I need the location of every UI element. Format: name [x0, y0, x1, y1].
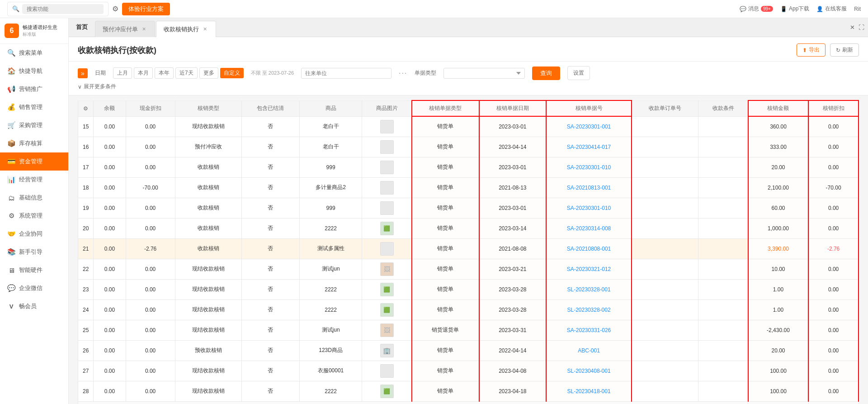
- cell-writeoff-type: 收款核销: [175, 198, 241, 218]
- top-search-input[interactable]: [22, 4, 104, 14]
- sidebar-item-member[interactable]: V 畅会员: [0, 297, 68, 315]
- cell-bill-type: 销货单: [412, 198, 479, 218]
- row-id: 16: [78, 137, 94, 157]
- online-service-area[interactable]: 👤 在线客服: [816, 5, 847, 13]
- sidebar-item-sales[interactable]: 💰 销售管理: [0, 98, 68, 116]
- cell-writeoff-amount: 3,390.00: [748, 238, 808, 259]
- sidebar-item-label: 企业微信: [19, 284, 42, 292]
- cell-receipt-order-no: [632, 157, 698, 177]
- th-writeoff-type: 核销类型: [175, 100, 241, 116]
- tab-receipt-writeoff[interactable]: 收款核销执行 ✕: [156, 21, 216, 37]
- cell-bill-no[interactable]: SA-20230314-008: [546, 218, 632, 238]
- cell-include-settled: 否: [241, 137, 299, 157]
- cell-balance: 0.00: [94, 177, 126, 198]
- table-row: 260.000.00预收款核销否123D商品🏢销货单2022-04-14ABC-…: [78, 340, 859, 361]
- cell-balance: 0.00: [94, 299, 126, 320]
- sidebar-item-business[interactable]: 📊 经营管理: [0, 171, 68, 189]
- footer-writeoff-amount: 40,556,66...: [748, 401, 808, 404]
- sidebar-item-basic-info[interactable]: 🗂 基础信息: [0, 189, 68, 207]
- cell-receipt-condition: [698, 157, 748, 177]
- cell-receipt-order-no: [632, 198, 698, 218]
- cell-receipt-order-no: [632, 177, 698, 198]
- sidebar-item-purchase[interactable]: 🛒 采购管理: [0, 116, 68, 134]
- cell-bill-no[interactable]: SL-20230328-001: [546, 279, 632, 299]
- cell-bill-no[interactable]: ABC-001: [546, 340, 632, 361]
- cell-receipt-condition: [698, 238, 748, 259]
- sidebar-item-marketing[interactable]: 📢 营销推广: [0, 80, 68, 98]
- cell-bill-no[interactable]: SL-20230408-001: [546, 361, 632, 381]
- data-table: ⚙ 余额 现金折扣 核销类型 包含已结清 商品 商品图片 核销单据类型 核销单据…: [78, 100, 859, 404]
- cell-receipt-order-no: [632, 320, 698, 340]
- settings-gear-icon[interactable]: ⚙: [112, 5, 118, 13]
- cell-include-settled: 否: [241, 198, 299, 218]
- cell-cash-discount: 0.00: [126, 299, 175, 320]
- cell-writeoff-type: 现结收款核销: [175, 259, 241, 279]
- window-minimize-icon[interactable]: ✕: [850, 24, 855, 31]
- message-area[interactable]: 💬 消息 99+: [740, 5, 773, 13]
- sidebar-item-label: 新手引导: [19, 248, 42, 256]
- sidebar-item-fund[interactable]: 💳 资金管理: [0, 152, 68, 171]
- query-button[interactable]: 查询: [532, 67, 560, 80]
- app-layout: 6 畅捷通谱好生意标准版 🔍 搜索菜单 🏠 快捷导航 📢 营销推广 💰 销售管理…: [0, 18, 868, 404]
- app-download-area[interactable]: 📱 App下载: [780, 5, 809, 13]
- sidebar-item-smart-hw[interactable]: 🖥 智能硬件: [0, 261, 68, 279]
- date-btn-this-month[interactable]: 本月: [134, 67, 153, 79]
- cell-bill-date: 2022-04-14: [479, 340, 547, 361]
- cell-bill-date: 2021-08-08: [479, 238, 547, 259]
- cell-product-image: [362, 137, 412, 157]
- cell-bill-no[interactable]: SL-20230328-002: [546, 299, 632, 320]
- sidebar-item-quick-nav[interactable]: 🏠 快捷导航: [0, 62, 68, 80]
- cell-bill-no[interactable]: SL-20230418-001: [546, 381, 632, 401]
- cell-bill-no[interactable]: SA-20230301-001: [546, 116, 632, 137]
- sidebar-item-label: 营销推广: [19, 85, 42, 93]
- date-btn-custom[interactable]: 自定义: [220, 68, 244, 78]
- date-btn-7days[interactable]: 近7天: [175, 67, 198, 79]
- cell-product-image: [362, 198, 412, 218]
- window-maximize-icon[interactable]: ⛶: [859, 24, 864, 31]
- cell-bill-type: 销货单: [412, 259, 479, 279]
- cell-bill-no[interactable]: SA-20230301-010: [546, 198, 632, 218]
- sidebar-item-inventory[interactable]: 📦 库存核算: [0, 134, 68, 152]
- cell-bill-no[interactable]: SA-20210813-001: [546, 177, 632, 198]
- cell-bill-no[interactable]: SA-20230331-026: [546, 320, 632, 340]
- table-footer-row: 40,556,66... 952.24: [78, 401, 859, 404]
- refresh-button[interactable]: ↻ 刷新: [830, 43, 859, 57]
- expand-more-btn[interactable]: ∨ 展开更多条件: [78, 83, 859, 90]
- cell-product: 999: [299, 198, 362, 218]
- filter-row: » 日期 上月 本月 本年 近7天 更多 自定义 不限 至 2023-07-26: [78, 66, 859, 80]
- sidebar-item-beginner[interactable]: 📚 新手引导: [0, 243, 68, 261]
- partner-filter-input[interactable]: [301, 68, 392, 79]
- tab-home[interactable]: 首页: [69, 18, 95, 37]
- user-name[interactable]: Rit: [854, 6, 861, 12]
- tab-receipt-close[interactable]: ✕: [202, 25, 208, 33]
- filter-dots[interactable]: ···: [399, 69, 407, 77]
- table-area[interactable]: ⚙ 余额 现金折扣 核销类型 包含已结清 商品 商品图片 核销单据类型 核销单据…: [69, 95, 868, 404]
- tab-prepay[interactable]: 预付冲应付单 ✕: [95, 21, 155, 37]
- cell-bill-no[interactable]: SA-20230301-010: [546, 157, 632, 177]
- cell-writeoff-type: 现结收款核销: [175, 381, 241, 401]
- setting-button[interactable]: 设置: [567, 66, 590, 80]
- cell-bill-no[interactable]: SA-20230321-012: [546, 259, 632, 279]
- date-btn-more[interactable]: 更多: [199, 67, 218, 79]
- sidebar-item-wechat[interactable]: 💬 企业微信: [0, 279, 68, 297]
- sidebar-item-enterprise-collab[interactable]: 🤝 企业协同: [0, 225, 68, 243]
- date-btn-prev-month[interactable]: 上月: [113, 67, 132, 79]
- export-button[interactable]: ⬆ 导出: [797, 43, 826, 57]
- column-settings-icon[interactable]: ⚙: [83, 105, 88, 112]
- cell-bill-no[interactable]: SA-20230414-017: [546, 137, 632, 157]
- row-id: 26: [78, 340, 94, 361]
- cell-product: 2222: [299, 279, 362, 299]
- table-row: 240.000.00现结收款核销否2222🟩销货单2023-03-28SL-20…: [78, 299, 859, 320]
- cell-bill-no[interactable]: SA-20210808-001: [546, 238, 632, 259]
- date-btn-this-year[interactable]: 本年: [155, 67, 174, 79]
- bill-type-select[interactable]: [443, 68, 525, 79]
- cell-writeoff-amount: 1.00: [748, 299, 808, 320]
- cell-writeoff-type: 现结收款核销: [175, 299, 241, 320]
- trial-btn[interactable]: 体验行业方案: [122, 3, 170, 15]
- cell-include-settled: 否: [241, 238, 299, 259]
- sidebar-item-system[interactable]: ⚙ 系统管理: [0, 207, 68, 225]
- th-settings[interactable]: ⚙: [78, 100, 94, 116]
- tab-prepay-close[interactable]: ✕: [141, 25, 147, 33]
- sidebar-item-search-menu[interactable]: 🔍 搜索菜单: [0, 44, 68, 62]
- filter-toggle-btn[interactable]: »: [78, 68, 88, 78]
